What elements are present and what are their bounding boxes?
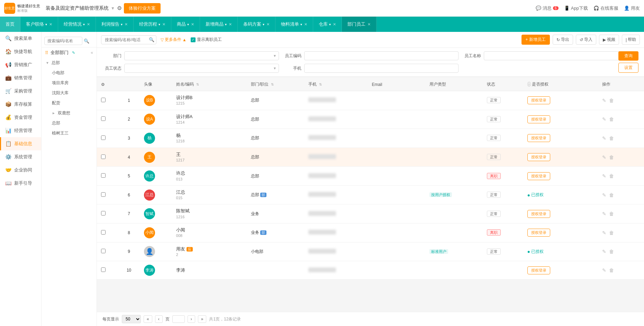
sidebar-item-finance[interactable]: 💰 资金管理 bbox=[0, 111, 41, 124]
delete-icon[interactable]: 🗑 bbox=[609, 230, 614, 236]
last-page-button[interactable]: » bbox=[198, 315, 207, 323]
dept-edit-icon[interactable]: ✎ bbox=[72, 51, 75, 55]
dept-select[interactable]: ▾ bbox=[124, 51, 279, 60]
auth-login-button[interactable]: 授权登录 bbox=[527, 134, 550, 142]
page-number-input[interactable]: 1 bbox=[172, 315, 185, 323]
settings-gear-icon[interactable]: ⚙ bbox=[117, 5, 122, 11]
delete-icon[interactable]: 🗑 bbox=[609, 135, 614, 141]
search-input[interactable] bbox=[101, 35, 156, 44]
edit-icon[interactable]: ✎ bbox=[602, 116, 606, 122]
sidebar-item-collab[interactable]: 🤝 企业协同 bbox=[0, 164, 41, 177]
dept-search-input[interactable] bbox=[44, 37, 82, 45]
more-filters-button[interactable]: ▽ 更多条件 ▲ bbox=[161, 37, 187, 43]
show-resigned-toggle[interactable]: ✓ 显示离职员工 bbox=[191, 37, 222, 43]
tab-history[interactable]: 经营历程 ▾ ✕ bbox=[134, 17, 171, 32]
sidebar-item-sales[interactable]: 💼 销售管理 bbox=[0, 71, 41, 85]
row-checkbox[interactable] bbox=[97, 91, 118, 110]
dept-search-icon[interactable]: 🔍 bbox=[84, 38, 89, 44]
edit-icon[interactable]: ✎ bbox=[602, 192, 606, 198]
trial-button[interactable]: 体验行业方案 bbox=[124, 3, 161, 14]
tab-bom-close[interactable]: ✕ bbox=[304, 22, 307, 27]
dept-item-shenyangku[interactable]: 沈阳大库 bbox=[42, 88, 97, 98]
row-checkbox[interactable] bbox=[97, 223, 118, 243]
dropdown-arrow-icon[interactable]: ▼ bbox=[111, 6, 115, 11]
tab-home[interactable]: 首页 bbox=[0, 17, 20, 32]
row-checkbox[interactable] bbox=[97, 204, 118, 223]
app-download-button[interactable]: 📱 App下载 bbox=[564, 5, 588, 11]
sidebar-item-system[interactable]: ⚙️ 系统管理 bbox=[0, 150, 41, 164]
auth-login-button[interactable]: 授权登录 bbox=[527, 210, 550, 218]
edit-icon[interactable]: ✎ bbox=[602, 173, 606, 179]
tab-profit[interactable]: 利润报告 ▾ ✕ bbox=[96, 17, 134, 32]
row-checkbox[interactable] bbox=[97, 129, 118, 148]
sidebar-item-purchase[interactable]: 🛒 采购管理 bbox=[0, 85, 41, 98]
next-page-button[interactable]: › bbox=[188, 315, 195, 323]
tab-barcode-close[interactable]: ✕ bbox=[266, 22, 270, 27]
tab-warehouse[interactable]: 仓库 ▾ ✕ bbox=[313, 17, 342, 32]
dept-all-header[interactable]: ⠿ 全部部门 ✎ « bbox=[42, 47, 97, 58]
tab-employees-close[interactable]: ✕ bbox=[368, 22, 371, 27]
message-button[interactable]: 💬 消息 6 bbox=[536, 5, 559, 11]
resigned-checkbox[interactable]: ✓ bbox=[191, 37, 196, 42]
tab-goods-close[interactable]: ✕ bbox=[191, 22, 194, 27]
tab-customer-close[interactable]: ✕ bbox=[49, 22, 52, 27]
delete-icon[interactable]: 🗑 bbox=[609, 155, 614, 160]
edit-icon[interactable]: ✎ bbox=[602, 211, 606, 217]
dept-item-peihuo[interactable]: 配货 bbox=[42, 98, 97, 108]
first-page-button[interactable]: « bbox=[144, 315, 152, 323]
sidebar-item-guide[interactable]: 📖 新手引导 bbox=[0, 177, 41, 190]
dept-item-zb[interactable]: 总部 bbox=[42, 118, 97, 128]
tab-bom[interactable]: 物料清单 ▾ ✕ bbox=[275, 17, 313, 32]
delete-icon[interactable]: 🗑 bbox=[609, 192, 614, 198]
tab-new-goods[interactable]: 新增商品 ▾ ✕ bbox=[200, 17, 238, 32]
add-employee-button[interactable]: + 新增员工 bbox=[521, 35, 550, 45]
dept-collapse-icon[interactable]: « bbox=[91, 50, 93, 55]
row-checkbox[interactable] bbox=[97, 110, 118, 129]
edit-icon[interactable]: ✎ bbox=[602, 230, 606, 236]
sidebar-item-inventory[interactable]: 📦 库存核算 bbox=[0, 98, 41, 111]
tab-employees[interactable]: 部门员工 ✕ bbox=[342, 17, 377, 32]
dept-item-zhishu[interactable]: 植树王三 bbox=[42, 128, 97, 138]
th-setting[interactable]: ⚙ bbox=[97, 78, 118, 91]
dept-item-zongbu[interactable]: ▼ 总部 bbox=[42, 58, 97, 68]
edit-icon[interactable]: ✎ bbox=[602, 135, 606, 141]
auth-info-icon[interactable]: i bbox=[527, 82, 531, 87]
auth-login-button[interactable]: 授权登录 bbox=[527, 229, 550, 237]
tab-operation-close[interactable]: ✕ bbox=[87, 22, 90, 27]
view-button[interactable]: ▶ 视频 bbox=[599, 35, 619, 45]
edit-icon[interactable]: ✎ bbox=[602, 98, 606, 103]
th-name[interactable]: 姓名/编码 ⇅ bbox=[172, 78, 247, 91]
online-service-button[interactable]: 🎧 在线客服 bbox=[593, 5, 618, 11]
import-button[interactable]: ↺ 导入 bbox=[576, 35, 596, 45]
help-button[interactable]: | 帮助 bbox=[622, 35, 640, 45]
phone-input[interactable] bbox=[304, 64, 459, 73]
tab-history-close[interactable]: ✕ bbox=[162, 22, 165, 27]
tab-customer[interactable]: 客户联络 ▾ ✕ bbox=[20, 17, 58, 32]
tab-profit-close[interactable]: ✕ bbox=[125, 22, 128, 27]
row-checkbox[interactable] bbox=[97, 261, 118, 280]
sidebar-item-basic[interactable]: 📋 基础信息 bbox=[0, 137, 41, 150]
delete-icon[interactable]: 🗑 bbox=[609, 173, 614, 179]
set-button[interactable]: 设置 bbox=[618, 63, 638, 73]
dept-item-xiangmuku[interactable]: 项目库房 bbox=[42, 78, 97, 88]
sidebar-item-marketing[interactable]: 📢 营销推广 bbox=[0, 58, 41, 71]
edit-icon[interactable]: ✎ bbox=[602, 155, 606, 160]
dept-item-xiaodianbu[interactable]: 小电部 bbox=[42, 68, 97, 78]
row-checkbox[interactable] bbox=[97, 185, 118, 204]
auth-login-button[interactable]: 授权登录 bbox=[527, 172, 550, 180]
delete-icon[interactable]: 🗑 bbox=[609, 211, 614, 217]
user-avatar[interactable]: 👤 用友 bbox=[624, 5, 640, 11]
tab-warehouse-close[interactable]: ✕ bbox=[333, 22, 336, 27]
export-button[interactable]: ↻ 导出 bbox=[553, 35, 573, 45]
edit-icon[interactable]: ✎ bbox=[602, 267, 606, 273]
tab-barcode[interactable]: 条码方案 ▾ ✕ bbox=[238, 17, 275, 32]
prev-page-button[interactable]: ‹ bbox=[155, 315, 163, 323]
sidebar-item-quicknav[interactable]: 🏠 快捷导航 bbox=[0, 45, 41, 58]
row-checkbox[interactable] bbox=[97, 242, 118, 261]
tab-newgoods-close[interactable]: ✕ bbox=[229, 22, 232, 27]
row-checkbox[interactable] bbox=[97, 148, 118, 167]
th-dept[interactable]: 部门/职位 ⇅ bbox=[247, 78, 304, 91]
edit-icon[interactable]: ✎ bbox=[602, 249, 606, 254]
empcode-input[interactable] bbox=[304, 51, 459, 60]
delete-icon[interactable]: 🗑 bbox=[609, 249, 614, 254]
